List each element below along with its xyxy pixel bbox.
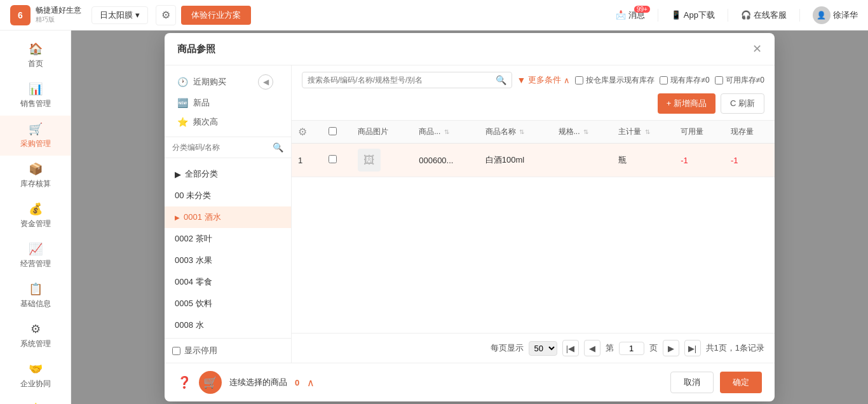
category-list: ▶ 全部分类 00 未分类 ▶ 0001 酒水 0002 茶 — [165, 158, 291, 338]
row-available: -1 — [674, 144, 724, 177]
usable-filter[interactable]: 可用库存≠0 — [715, 75, 764, 86]
user-menu-button[interactable]: 👤 徐泽华 — [813, 6, 858, 24]
sidebar-label-home: 首页 — [28, 58, 43, 69]
modal-header: 商品参照 ✕ — [165, 33, 775, 65]
quick-filter-new[interactable]: 🆕 新品 — [172, 93, 283, 112]
sidebar-item-purchase[interactable]: 🛒 采购管理 — [0, 116, 71, 156]
last-page-button[interactable]: ▶| — [684, 340, 701, 356]
usable-filter-label: 可用库存≠0 — [726, 75, 764, 86]
category-panel: 🕐 近期购买 ◀ 🆕 新品 ⭐ 频次高 — [165, 65, 292, 363]
col-available[interactable]: 可用量 — [674, 121, 724, 144]
col-settings-icon[interactable]: ⚙ — [298, 126, 307, 137]
footer-count: 0 — [295, 378, 299, 387]
sidebar-item-sales[interactable]: 📊 销售管理 — [0, 76, 71, 116]
sidebar-label-sales: 销售管理 — [20, 98, 51, 109]
category-item-drink[interactable]: 0005 饮料 — [165, 293, 291, 314]
col-stock[interactable]: 现存量 — [724, 121, 775, 144]
sidebar-item-operations[interactable]: 📈 经营管理 — [0, 236, 71, 276]
store-selector[interactable]: 日太阳膜 ▾ — [92, 6, 148, 24]
sidebar-item-system[interactable]: ⚙ 系统管理 — [0, 316, 71, 356]
col-code-label: 商品... — [419, 127, 440, 136]
available-filter[interactable]: 现有库存≠0 — [660, 75, 709, 86]
settings-icon[interactable]: ⚙ — [156, 5, 176, 25]
row-stock: -1 — [724, 144, 775, 177]
content-area: 商品参照 ✕ 🕐 近期购买 ◀ — [71, 30, 868, 404]
prev-page-button[interactable]: ◀ — [584, 340, 600, 356]
col-unit-label: 主计量 — [618, 127, 641, 136]
messages-button[interactable]: 📩 消息 99+ — [616, 10, 645, 21]
col-name[interactable]: 商品名称 ⇅ — [479, 121, 552, 144]
expand-icon[interactable]: ◀ — [258, 74, 273, 90]
product-table-wrap: ⚙ 商品图片 — [292, 121, 775, 333]
sidebar-item-enterprise[interactable]: 🤝 企业协同 — [0, 356, 71, 396]
sidebar-item-finance[interactable]: 💰 资金管理 — [0, 196, 71, 236]
quick-filter-recent[interactable]: 🕐 近期购买 ◀ — [172, 71, 283, 93]
app-download-button[interactable]: 📱 App下载 — [671, 10, 715, 21]
page-size-label: 每页显示 — [491, 342, 524, 354]
phone-icon: 📱 — [671, 10, 681, 20]
category-item-tea[interactable]: 0002 茶叶 — [165, 228, 291, 250]
sidebar-item-guide[interactable]: 🌟 新手引导 — [0, 396, 71, 404]
cancel-button[interactable]: 取消 — [670, 372, 714, 393]
message-icon: 📩 — [616, 10, 626, 20]
refresh-button[interactable]: C 刷新 — [721, 93, 764, 114]
category-search-input[interactable] — [172, 143, 268, 152]
add-product-button[interactable]: + 新增商品 — [658, 93, 715, 114]
cart-button[interactable]: 🛒 — [199, 371, 222, 394]
page-size-select[interactable]: 50 — [529, 341, 557, 356]
store-name: 日太阳膜 — [100, 10, 133, 21]
category-item-liquor[interactable]: ▶ 0001 酒水 — [165, 206, 291, 228]
sidebar-label-basicinfo: 基础信息 — [20, 299, 51, 309]
sidebar-item-basic-info[interactable]: 📋 基础信息 — [0, 276, 71, 316]
category-item-snack[interactable]: 0004 零食 — [165, 271, 291, 293]
service-button[interactable]: 🎧 在线客服 — [741, 10, 787, 21]
trial-button[interactable]: 体验行业方案 — [181, 6, 251, 25]
page-input[interactable] — [619, 342, 644, 355]
category-label-water: 0008 水 — [175, 320, 204, 331]
category-item-all[interactable]: ▶ 全部分类 — [165, 163, 291, 185]
sidebar-item-home[interactable]: 🏠 首页 — [0, 36, 71, 76]
sidebar-item-inventory[interactable]: 📦 库存核算 — [0, 156, 71, 196]
filter-more-button[interactable]: ▼ 更多条件 ∧ — [517, 74, 571, 86]
modal-close-button[interactable]: ✕ — [752, 42, 762, 56]
col-code[interactable]: 商品... ⇅ — [412, 121, 479, 144]
col-unit[interactable]: 主计量 ⇅ — [612, 121, 674, 144]
next-page-button[interactable]: ▶ — [663, 340, 679, 356]
show-disabled-checkbox[interactable] — [172, 347, 180, 355]
available-checkbox[interactable] — [660, 76, 668, 84]
collapse-icon[interactable]: ∧ — [307, 377, 315, 389]
category-item-fruit[interactable]: 0003 水果 — [165, 250, 291, 271]
select-all-checkbox[interactable] — [329, 127, 337, 135]
confirm-button[interactable]: 确定 — [720, 372, 762, 393]
page-label: 第 — [606, 342, 614, 354]
footer-actions: 取消 确定 — [670, 372, 762, 393]
help-icon[interactable]: ❓ — [177, 375, 191, 389]
table-row[interactable]: 1 🖼 — [292, 144, 775, 177]
category-item-uncategorized[interactable]: 00 未分类 — [165, 185, 291, 206]
nav-separator-3 — [799, 9, 800, 22]
nav-separator — [658, 9, 658, 22]
basicinfo-icon: 📋 — [29, 282, 43, 296]
category-search-icon[interactable]: 🔍 — [273, 142, 283, 152]
modal-body: 🕐 近期购买 ◀ 🆕 新品 ⭐ 频次高 — [165, 65, 775, 363]
col-spec[interactable]: 规格... ⇅ — [552, 121, 613, 144]
warehouse-filter[interactable]: 按仓库显示现有库存 — [575, 75, 654, 86]
first-page-button[interactable]: |◀ — [562, 340, 579, 356]
modal-title: 商品参照 — [177, 43, 215, 55]
search-icon[interactable]: 🔍 — [496, 75, 506, 85]
product-reference-modal: 商品参照 ✕ 🕐 近期购买 ◀ — [165, 33, 775, 401]
system-icon: ⚙ — [31, 322, 41, 336]
quick-filter-new-label: 新品 — [193, 97, 210, 109]
pagination: 每页显示 50 |◀ ◀ 第 页 ▶ ▶| 共1页，1条记录 — [292, 333, 775, 363]
sidebar-label-purchase: 采购管理 — [20, 138, 51, 149]
recent-icon: 🕐 — [177, 77, 188, 87]
show-disabled-label[interactable]: 显示停用 — [184, 345, 217, 356]
category-item-water[interactable]: 0008 水 — [165, 314, 291, 336]
row-checkbox[interactable] — [329, 155, 337, 163]
sidebar: 🏠 首页 📊 销售管理 🛒 采购管理 📦 库存核算 💰 资金管理 📈 经营管理 … — [0, 30, 71, 404]
category-label-snack: 0004 零食 — [175, 276, 212, 288]
usable-checkbox[interactable] — [715, 76, 723, 84]
quick-filter-frequent[interactable]: ⭐ 频次高 — [172, 112, 283, 131]
product-search-input[interactable] — [308, 76, 493, 84]
warehouse-checkbox[interactable] — [575, 76, 583, 84]
